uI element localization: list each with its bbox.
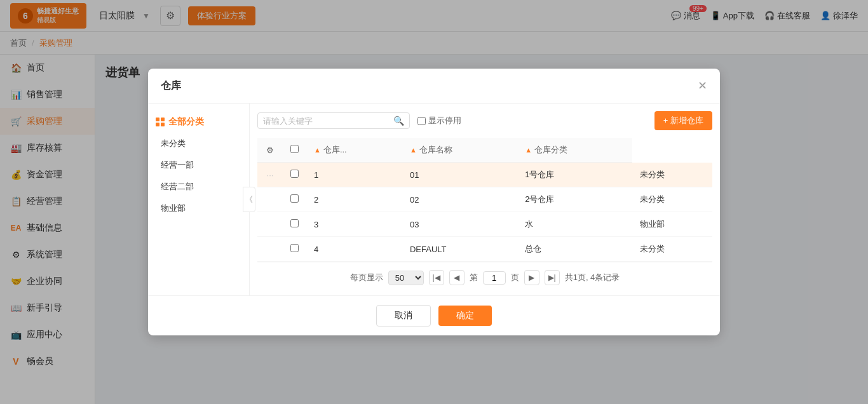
search-input[interactable] [263,116,390,126]
row-check-2[interactable] [283,187,306,212]
row-name-3: 水 [517,212,632,237]
collapse-panel-button[interactable]: 《 [243,187,255,212]
table-panel: 🔍 显示停用 + 新增仓库 ⚙ [250,104,720,295]
row-name-1: 1号仓库 [517,163,632,187]
page-suffix: 页 [511,272,519,283]
table-col-check [283,138,306,163]
row-dots-1[interactable]: ··· [257,163,283,187]
pagination: 每页显示 50 20 100 |◀ ◀ 第 页 ▶ ▶| 共1页, 4条记录 [257,262,712,288]
row-category-1: 未分类 [632,163,712,187]
show-disabled-checkbox[interactable] [417,117,426,125]
total-info: 共1页, 4条记录 [565,272,620,283]
table-col-name: ▲仓库名称 [402,138,517,163]
table-row[interactable]: ··· 1 01 1号仓库 未分类 [257,163,712,187]
search-icon: 🔍 [393,116,404,126]
category-unclassified[interactable]: 未分类 [148,133,249,154]
close-button[interactable]: ✕ [698,79,707,93]
table-row[interactable]: 3 03 水 物业部 [257,212,712,237]
page-label: 第 [470,272,478,283]
show-disabled-checkbox-group: 显示停用 [417,115,461,126]
category-all-label: 全部分类 [168,116,204,128]
row-name-2: 2号仓库 [517,187,632,212]
cancel-button[interactable]: 取消 [376,305,431,327]
row-code-2: 02 [402,187,517,212]
row-seq-3: 3 [306,212,402,237]
row-check-1[interactable] [283,163,306,187]
row-check-3[interactable] [283,212,306,237]
per-page-label: 每页显示 [350,272,383,283]
row-dots-4[interactable] [257,237,283,262]
row-dots-3[interactable] [257,212,283,237]
category-panel: 全部分类 未分类 经营一部 经营二部 物业部 《 [148,104,250,295]
category-property[interactable]: 物业部 [148,198,249,219]
table-col-settings: ⚙ [257,138,283,163]
select-all-checkbox[interactable] [290,145,299,153]
search-box: 🔍 [257,112,410,129]
category-operation1[interactable]: 经营一部 [148,154,249,176]
row-category-2: 未分类 [632,187,712,212]
add-warehouse-button[interactable]: + 新增仓库 [654,111,712,130]
dialog-footer: 取消 确定 [148,295,720,335]
dialog-title: 仓库 [161,79,181,93]
dialog-header: 仓库 ✕ [148,69,720,104]
row-dots-2[interactable] [257,187,283,212]
row-name-4: 总仓 [517,237,632,262]
category-all-header[interactable]: 全部分类 [148,111,249,133]
table-toolbar: 🔍 显示停用 + 新增仓库 [257,111,712,130]
warehouse-table: ⚙ ▲仓库... ▲仓库名称 ▲仓库分类 ··· [257,138,712,262]
table-col-category: ▲仓库分类 [517,138,632,163]
confirm-button[interactable]: 确定 [438,306,492,326]
row-seq-1: 1 [306,163,402,187]
row-code-1: 01 [402,163,517,187]
first-page-button[interactable]: |◀ [429,270,444,285]
dialog-body: 全部分类 未分类 经营一部 经营二部 物业部 《 🔍 [148,104,720,295]
warehouse-dialog: 仓库 ✕ 全部分类 未分类 经营一部 经营二部 物业部 《 [148,69,720,335]
grid-icon [156,118,165,126]
row-code-4: DEFAULT [402,237,517,262]
page-input[interactable] [483,271,506,285]
dialog-overlay: 仓库 ✕ 全部分类 未分类 经营一部 经营二部 物业部 《 [0,0,868,404]
row-code-3: 03 [402,212,517,237]
table-row[interactable]: 4 DEFAULT 总仓 未分类 [257,237,712,262]
last-page-button[interactable]: ▶| [545,270,560,285]
row-seq-2: 2 [306,187,402,212]
table-row[interactable]: 2 02 2号仓库 未分类 [257,187,712,212]
prev-page-button[interactable]: ◀ [449,270,465,285]
next-page-button[interactable]: ▶ [524,270,539,285]
row-category-3: 物业部 [632,212,712,237]
show-disabled-label: 显示停用 [428,115,461,126]
per-page-select[interactable]: 50 20 100 [388,271,424,285]
row-check-4[interactable] [283,237,306,262]
row-category-4: 未分类 [632,237,712,262]
row-seq-4: 4 [306,237,402,262]
table-col-code: ▲仓库... [306,138,402,163]
category-operation2[interactable]: 经营二部 [148,176,249,198]
